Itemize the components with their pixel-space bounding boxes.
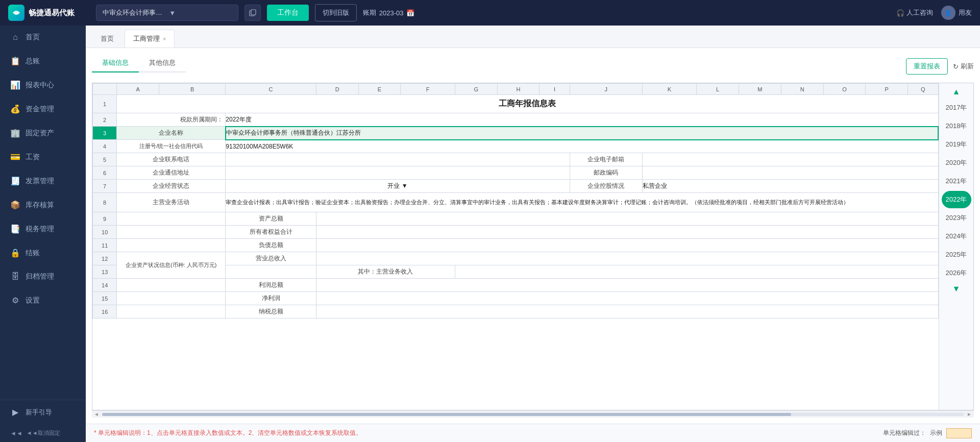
cell-12-value[interactable] xyxy=(316,252,938,265)
sidebar-item-guide[interactable]: ▶ 新手引导 xyxy=(0,400,86,424)
company-selector[interactable]: 中审众环会计师事务所（特殊普通合伙... ▼ xyxy=(96,5,238,21)
table-row: 11 负债总额 xyxy=(93,239,939,252)
cell-6-addr[interactable] xyxy=(226,166,570,180)
tab-home[interactable]: 首页 xyxy=(92,30,122,47)
sidebar-item-home[interactable]: ⌂ 首页 xyxy=(0,26,86,49)
cell-5-email[interactable] xyxy=(642,153,938,166)
cell-8-value[interactable]: 审查企业会计报表；出具审计报告；验证企业资本；出具验资报告；办理企业合并、分立、… xyxy=(226,193,938,212)
company-dropdown-icon: ▼ xyxy=(169,9,231,17)
year-item-2022[interactable]: 2022年 xyxy=(942,191,971,208)
year-item-2024[interactable]: 2024年 xyxy=(942,228,971,245)
cell-16-value[interactable] xyxy=(316,305,938,318)
reset-button[interactable]: 重置报表 xyxy=(906,58,948,75)
unpin-label: ◄◄取消固定 xyxy=(27,429,60,437)
year-item-2019[interactable]: 2019年 xyxy=(942,136,971,153)
year-item-2018[interactable]: 2018年 xyxy=(942,117,971,135)
logo-icon xyxy=(8,5,24,21)
year-item-2017[interactable]: 2017年 xyxy=(942,99,971,116)
col-header-N[interactable]: N xyxy=(781,84,823,95)
sidebar-item-invoice[interactable]: 🧾 发票管理 xyxy=(0,169,86,193)
col-header-K[interactable]: K xyxy=(642,84,696,95)
col-header-Q[interactable]: Q xyxy=(908,84,938,95)
year-scroll-up-button[interactable]: ▲ xyxy=(948,85,965,99)
hscroll-bar[interactable]: ◄ ► xyxy=(92,410,974,418)
row-num-11: 11 xyxy=(93,239,117,252)
cell-14-value[interactable] xyxy=(316,279,938,292)
tab-close-icon[interactable]: × xyxy=(163,36,166,42)
sidebar-item-inventory[interactable]: 📦 库存核算 xyxy=(0,193,86,217)
sub-tab-basic[interactable]: 基础信息 xyxy=(92,54,139,72)
service-button[interactable]: 🎧 人工咨询 xyxy=(896,8,933,17)
sidebar-item-assets[interactable]: 🏢 固定资产 xyxy=(0,121,86,145)
cell-5-phone[interactable] xyxy=(226,153,570,166)
col-header-J[interactable]: J xyxy=(570,84,642,95)
cell-9-value[interactable] xyxy=(316,212,938,226)
sidebar-item-reports[interactable]: 📊 报表中心 xyxy=(0,73,86,97)
col-header-M[interactable]: M xyxy=(739,84,781,95)
table-row: 10 所有者权益合计 xyxy=(93,226,939,239)
col-header-I[interactable]: I xyxy=(540,84,570,95)
guide-icon: ▶ xyxy=(10,407,20,417)
cell-title[interactable]: 工商年报信息表 xyxy=(117,95,938,113)
col-header-O[interactable]: O xyxy=(823,84,866,95)
invoice-icon: 🧾 xyxy=(10,176,20,186)
sidebar-item-ledger[interactable]: 📋 总账 xyxy=(0,49,86,73)
col-header-F[interactable]: F xyxy=(401,84,455,95)
col-header-C[interactable]: C xyxy=(226,84,316,95)
col-header-B[interactable]: B xyxy=(159,84,226,95)
cell-3-value[interactable]: 中审众环会计师事务所（特殊普通合伙）江苏分所 xyxy=(226,127,938,140)
sidebar-item-tax[interactable]: 📑 税务管理 xyxy=(0,217,86,241)
row-num-14: 14 xyxy=(93,279,117,292)
row-num-8: 8 xyxy=(93,193,117,212)
cell-15-value[interactable] xyxy=(316,292,938,305)
year-item-2026[interactable]: 2026年 xyxy=(942,264,971,282)
calendar-icon[interactable]: 📅 xyxy=(406,9,414,17)
col-header-D[interactable]: D xyxy=(316,84,358,95)
row-num-3: 3 xyxy=(93,127,117,140)
cell-13-value[interactable] xyxy=(455,265,938,279)
user-button[interactable]: 👤 用友 xyxy=(941,6,972,20)
sub-tab-other[interactable]: 其他信息 xyxy=(139,54,186,72)
sidebar-item-close[interactable]: 🔒 结账 xyxy=(0,241,86,265)
year-scroll-down-button[interactable]: ▼ xyxy=(948,282,965,296)
headset-icon: 🎧 xyxy=(896,9,904,17)
col-header-H[interactable]: H xyxy=(497,84,540,95)
cell-7-control[interactable]: 私营企业 xyxy=(642,180,938,193)
workbench-button[interactable]: 工作台 xyxy=(267,5,309,21)
cell-11-value[interactable] xyxy=(316,239,938,252)
sidebar-item-funds[interactable]: 💰 资金管理 xyxy=(0,97,86,121)
cell-7-status[interactable]: 开业 ▼ xyxy=(226,180,570,193)
year-item-2023[interactable]: 2023年 xyxy=(942,209,971,227)
spreadsheet-scroll[interactable]: A B C D E F G H I J xyxy=(92,83,939,410)
cell-13-c xyxy=(226,265,316,279)
col-header-L[interactable]: L xyxy=(697,84,739,95)
cell-4-value[interactable]: 91320100MA208E5W6K xyxy=(226,140,938,153)
old-version-button[interactable]: 切到旧版 xyxy=(315,4,357,21)
col-header-E[interactable]: E xyxy=(358,84,401,95)
tab-business[interactable]: 工商管理 × xyxy=(125,30,175,47)
sidebar-label-archive: 归档管理 xyxy=(26,272,54,281)
tax-icon: 📑 xyxy=(10,224,20,234)
col-header-P[interactable]: P xyxy=(866,84,908,95)
col-header-G[interactable]: G xyxy=(455,84,497,95)
row-num-9: 9 xyxy=(93,212,117,226)
col-header-A[interactable]: A xyxy=(117,84,159,95)
sidebar-label-reports: 报表中心 xyxy=(26,81,54,90)
sidebar-item-settings[interactable]: ⚙ 设置 xyxy=(0,288,86,312)
cell-6-post[interactable] xyxy=(642,166,938,180)
sidebar-item-payroll[interactable]: 💳 工资 xyxy=(0,145,86,169)
sidebar-item-archive[interactable]: 🗄 归档管理 xyxy=(0,265,86,288)
year-item-2021[interactable]: 2021年 xyxy=(942,173,971,190)
cell-2-value[interactable]: 2022年度 xyxy=(226,113,938,127)
year-item-2020[interactable]: 2020年 xyxy=(942,154,971,171)
refresh-button[interactable]: ↻ 刷新 xyxy=(953,62,974,71)
cell-10-value[interactable] xyxy=(316,226,938,239)
year-item-2025[interactable]: 2025年 xyxy=(942,246,971,263)
svg-rect-1 xyxy=(251,10,256,15)
cell-15-empty xyxy=(117,292,226,305)
table-row: 16 纳税总额 xyxy=(93,305,939,318)
cell-7-label: 企业经营状态 xyxy=(117,180,226,193)
table-row: 1 工商年报信息表 xyxy=(93,95,939,113)
copy-company-button[interactable] xyxy=(244,5,261,21)
unpin-button[interactable]: ◄◄ ◄◄取消固定 xyxy=(0,424,86,442)
